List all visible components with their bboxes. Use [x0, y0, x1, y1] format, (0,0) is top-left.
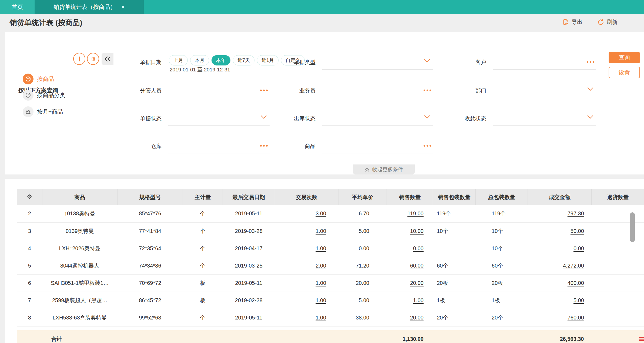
- chevron-down-icon[interactable]: [587, 87, 594, 91]
- header-spec[interactable]: 规格型号: [117, 189, 183, 205]
- header-product[interactable]: 商品: [42, 189, 117, 205]
- chip-last-month[interactable]: 上月: [169, 55, 188, 65]
- chevron-down-icon[interactable]: [424, 115, 431, 119]
- warehouse-input[interactable]: [168, 153, 270, 153]
- cell-product: 2599板装超人（黑超…: [42, 292, 117, 309]
- header-return-qty[interactable]: 退货数量: [592, 189, 644, 205]
- cell-sales-pkg: 60个: [433, 257, 475, 274]
- cell-amount-link[interactable]: 760.00: [528, 309, 592, 326]
- sidebar-item-by-category[interactable]: 按商品分类: [23, 90, 65, 101]
- chevron-down-icon[interactable]: [587, 115, 594, 119]
- header-total-pkg[interactable]: 总包装数量: [475, 189, 528, 205]
- doc-type-input[interactable]: [322, 69, 433, 70]
- totals-sales-qty: 1,130.00: [386, 330, 433, 343]
- cell-count-link[interactable]: 1.00: [275, 292, 338, 309]
- cell-sales-qty-link[interactable]: 60.00: [387, 257, 433, 274]
- tab-home-label: 首页: [12, 3, 23, 11]
- header-count[interactable]: 交易次数: [275, 189, 338, 205]
- product-label: 商品: [261, 141, 316, 151]
- product-input[interactable]: [322, 153, 433, 153]
- ellipsis-icon[interactable]: [424, 145, 431, 147]
- cell-sales-qty-link[interactable]: 1.00: [387, 292, 433, 309]
- add-scheme-button[interactable]: [73, 53, 85, 65]
- header-last-date[interactable]: 最后交易日期: [223, 189, 275, 205]
- cell-last-date: 2019-02-28: [223, 292, 275, 309]
- ellipsis-icon[interactable]: [587, 61, 594, 63]
- column-settings-button[interactable]: [17, 189, 42, 205]
- collapse-more-conditions[interactable]: 收起更多条件: [353, 164, 415, 174]
- cell-amount-link[interactable]: 5.00: [528, 292, 592, 309]
- payment-status-input[interactable]: [493, 126, 596, 126]
- tab-sales-report[interactable]: 销货单统计表（按商品） ×: [35, 0, 144, 14]
- outbound-status-input[interactable]: [322, 126, 433, 126]
- cell-spec: 72*35*64: [117, 240, 183, 257]
- cell-last-date: 2019-05-11: [223, 274, 275, 292]
- cell-count-link[interactable]: 1.00: [275, 222, 338, 240]
- cell-amount-link[interactable]: 50.00: [528, 222, 592, 240]
- sidebar-item-label: 按月+商品: [37, 108, 63, 116]
- header-amount[interactable]: 成交金额: [528, 189, 592, 205]
- field-product[interactable]: 商品: [261, 141, 316, 153]
- cell-amount-link[interactable]: 4,272.00: [528, 257, 592, 274]
- line-chart-icon: [23, 106, 33, 117]
- sidebar-item-by-month-product[interactable]: 按月+商品: [23, 106, 63, 117]
- cell-amount-link[interactable]: 400.00: [528, 274, 592, 292]
- cell-sales-qty-link[interactable]: 119.00: [387, 205, 433, 222]
- settings-button[interactable]: 设置: [609, 67, 640, 78]
- field-doc-status[interactable]: 单据状态: [108, 113, 162, 126]
- cell-return-qty: [592, 274, 644, 292]
- vertical-scrollbar-thumb[interactable]: [630, 212, 635, 242]
- cell-count-link[interactable]: 1.00: [275, 309, 338, 326]
- cell-avg-price: 38.00: [338, 309, 387, 326]
- cell-sales-qty-link[interactable]: 0.00: [387, 240, 433, 257]
- cell-amount-link[interactable]: 0.00: [528, 240, 592, 257]
- cell-count-link[interactable]: 1.00: [275, 240, 338, 257]
- cell-total-pkg: 60个: [475, 257, 528, 274]
- cell-sales-qty-link[interactable]: 20.00: [387, 309, 433, 326]
- field-warehouse[interactable]: 仓库: [108, 141, 162, 153]
- cell-return-qty: [592, 292, 644, 309]
- export-button[interactable]: 导出: [562, 18, 582, 26]
- cell-count-link[interactable]: 2.00: [275, 257, 338, 274]
- department-input[interactable]: [493, 98, 596, 98]
- cell-product: 0139奥特曼: [42, 222, 117, 240]
- field-salesman[interactable]: 业务员: [261, 85, 316, 98]
- field-department[interactable]: 部门: [432, 85, 486, 98]
- tab-home[interactable]: 首页: [0, 0, 35, 14]
- chip-this-year[interactable]: 本年: [212, 55, 230, 65]
- scheme-settings-button[interactable]: [87, 53, 99, 65]
- cell-row-number: 7: [17, 292, 42, 309]
- chip-last-7-days[interactable]: 近7天: [233, 55, 254, 65]
- table-row: 7 2599板装超人（黑超… 86*45*72 板 2019-02-28 1.0…: [17, 292, 644, 309]
- header-avg-price[interactable]: 平均单价: [338, 189, 387, 205]
- close-icon[interactable]: ×: [121, 4, 125, 10]
- field-outbound-status[interactable]: 出库状态: [261, 113, 316, 126]
- cell-sales-qty-link[interactable]: 10.00: [387, 222, 433, 240]
- refresh-button[interactable]: 刷新: [597, 18, 618, 26]
- header-sales-qty[interactable]: 销售数量: [387, 189, 433, 205]
- cell-amount-link[interactable]: 797.30: [528, 205, 592, 222]
- field-manager[interactable]: 分管人员: [108, 85, 162, 98]
- ellipsis-icon[interactable]: [424, 90, 431, 91]
- doc-date-label: 单据日期: [108, 57, 162, 68]
- doc-status-input[interactable]: [168, 126, 270, 126]
- manager-input[interactable]: [168, 98, 270, 98]
- sidebar-item-by-product[interactable]: 按商品: [23, 74, 54, 84]
- salesman-input[interactable]: [322, 98, 433, 98]
- query-button[interactable]: 查询: [609, 52, 640, 63]
- payment-status-label: 收款状态: [432, 113, 486, 124]
- cell-last-date: 2019-03-28: [223, 222, 275, 240]
- cell-count-link[interactable]: 3.00: [275, 205, 338, 222]
- results-table: 商品 规格型号 主计量 最后交易日期 交易次数 平均单价 销售数量 销售包装数量…: [17, 189, 644, 326]
- field-payment-status[interactable]: 收款状态: [432, 113, 486, 126]
- customer-input[interactable]: [493, 69, 596, 70]
- field-customer[interactable]: 客户: [432, 57, 486, 69]
- date-range-value[interactable]: 2019-01-01 至 2019-12-31: [170, 66, 230, 73]
- header-unit[interactable]: 主计量: [183, 189, 223, 205]
- chevron-down-icon[interactable]: [424, 58, 431, 63]
- field-doc-type[interactable]: 单据类型: [261, 57, 316, 69]
- cell-sales-qty-link[interactable]: 20.00: [387, 274, 433, 292]
- cell-count-link[interactable]: 1.00: [275, 274, 338, 292]
- header-sales-pkg[interactable]: 销售包装数量: [433, 189, 475, 205]
- chip-this-month[interactable]: 本月: [190, 55, 209, 65]
